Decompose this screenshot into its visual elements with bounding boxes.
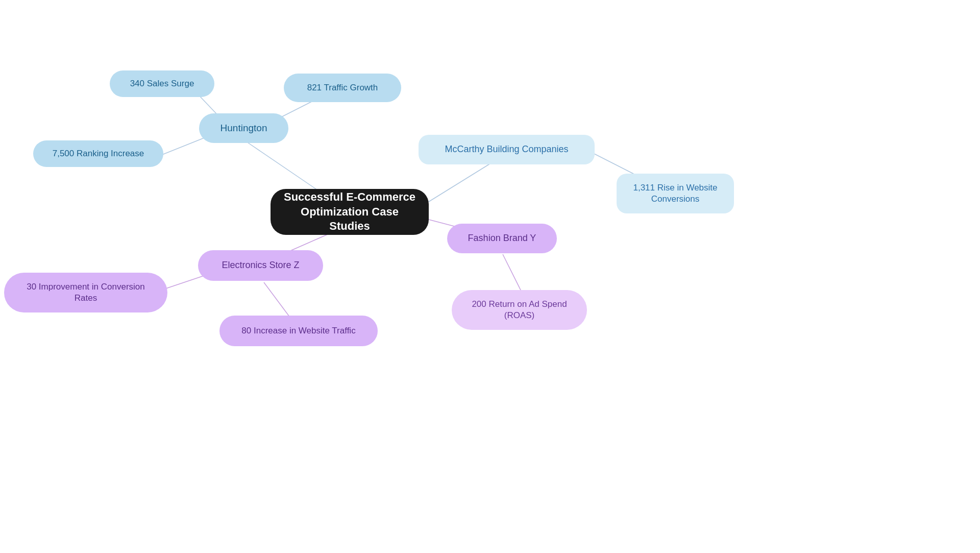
- ranking-label: 7,500 Ranking Increase: [53, 148, 144, 159]
- electronics-node[interactable]: Electronics Store Z: [198, 250, 323, 281]
- mccarthy-label: McCarthy Building Companies: [445, 143, 568, 155]
- fashion-brand-node[interactable]: Fashion Brand Y: [447, 224, 557, 253]
- website-traffic-label: 80 Increase in Website Traffic: [241, 325, 355, 336]
- huntington-label: Huntington: [220, 122, 267, 135]
- sales-surge-node[interactable]: 340 Sales Surge: [110, 70, 214, 97]
- center-node: Successful E-CommerceOptimization Case S…: [271, 189, 429, 235]
- conversion-rates-node[interactable]: 30 Improvement in ConversionRates: [4, 273, 167, 312]
- sales-surge-label: 340 Sales Surge: [130, 78, 194, 89]
- roas-label: 200 Return on Ad Spend(ROAS): [472, 299, 567, 321]
- traffic-growth-node[interactable]: 821 Traffic Growth: [284, 74, 401, 102]
- website-traffic-node[interactable]: 80 Increase in Website Traffic: [219, 316, 378, 346]
- roas-node[interactable]: 200 Return on Ad Spend(ROAS): [452, 290, 587, 330]
- svg-line-7: [503, 254, 522, 292]
- mccarthy-node[interactable]: McCarthy Building Companies: [419, 135, 595, 164]
- conversions-label: 1,311 Rise in WebsiteConversions: [633, 182, 717, 205]
- ranking-node[interactable]: 7,500 Ranking Increase: [33, 140, 163, 167]
- conversion-rates-label: 30 Improvement in ConversionRates: [27, 281, 145, 304]
- fashion-label: Fashion Brand Y: [468, 232, 536, 244]
- center-label: Successful E-CommerceOptimization Case S…: [283, 190, 416, 234]
- svg-line-10: [264, 282, 289, 317]
- electronics-label: Electronics Store Z: [222, 259, 299, 271]
- huntington-node[interactable]: Huntington: [199, 113, 288, 143]
- traffic-growth-label: 821 Traffic Growth: [307, 82, 378, 93]
- conversions-node[interactable]: 1,311 Rise in WebsiteConversions: [617, 174, 734, 213]
- svg-line-3: [161, 138, 204, 155]
